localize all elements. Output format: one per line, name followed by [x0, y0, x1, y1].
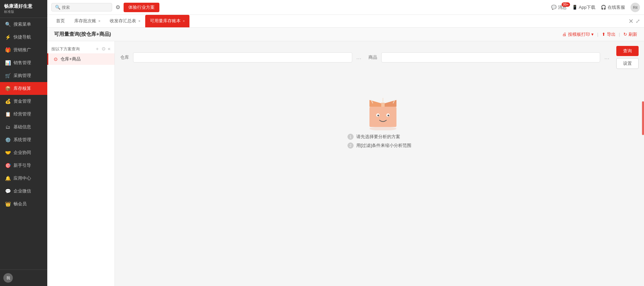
sidebar-item-purchase[interactable]: 🛒 采购管理	[0, 69, 47, 82]
filter-item-icon: ⊙	[54, 56, 58, 62]
tab-available[interactable]: 可用量库存账本 ×	[145, 15, 189, 27]
sidebar-icon-wechat: 💬	[5, 188, 11, 194]
print-dropdown-icon[interactable]: ▾	[591, 32, 594, 37]
sidebar-item-basic[interactable]: 🗂 基础信息	[0, 121, 47, 133]
filter-item-label: 仓库+商品	[60, 56, 81, 62]
export-btn[interactable]: ⬆ 导出	[602, 31, 616, 37]
sidebar-item-system[interactable]: ⚙️ 系统管理	[0, 133, 47, 146]
empty-state: 1 请先选择要分析的方案 2 用[过滤]条件来缩小分析范围	[120, 73, 639, 169]
filter-item-warehouse-goods[interactable]: ⊙ 仓库+商品	[47, 53, 114, 65]
filter-collapse-icon[interactable]: «	[108, 46, 110, 52]
app-download-label: App下载	[579, 4, 595, 10]
tab-available-close[interactable]: ×	[183, 19, 185, 23]
sidebar-item-appstore[interactable]: 🔔 应用中心	[0, 172, 47, 185]
user-name: Rit	[633, 5, 637, 9]
sidebar-label-basic: 基础信息	[14, 124, 31, 130]
sidebar-icon-operation: 📋	[5, 111, 11, 117]
filter-panel: 按以下方案查询 ＋ ⊙ « ⊙ 仓库+商品	[47, 41, 115, 286]
app-title: 畅康通好生意	[4, 3, 43, 9]
search-bar[interactable]: 🔍	[51, 3, 112, 11]
tip-1: 1 请先选择要分析的方案	[347, 134, 411, 140]
refresh-btn[interactable]: ↻ 刷新	[623, 31, 637, 37]
sidebar-item-sales[interactable]: 📊 销售管理	[0, 56, 47, 69]
filter-header-title: 按以下方案查询	[51, 46, 80, 52]
message-btn[interactable]: 💬 消息 99+	[551, 4, 567, 10]
sidebar-icon-member: 👑	[5, 201, 11, 207]
app-logo: 畅康通好生意 标准版	[0, 0, 47, 18]
user-avatar-top[interactable]: Rit	[630, 3, 640, 12]
sidebar-label-sales: 销售管理	[14, 60, 31, 66]
query-row: 仓库 … 商品 … 查询 设置	[120, 46, 639, 69]
tip-2-text: 用[过滤]条件来缩小分析范围	[356, 142, 411, 149]
sidebar-item-marketing[interactable]: 🎁 营销推广	[0, 44, 47, 56]
tab-summary-close[interactable]: ×	[138, 19, 140, 23]
goods-dots-btn[interactable]: …	[604, 54, 610, 60]
tip-1-text: 请先选择要分析的方案	[356, 134, 400, 140]
sidebar-label-finance: 资金管理	[14, 98, 31, 104]
page-title: 可用量查询(按仓库+商品)	[54, 31, 111, 37]
sidebar-item-shortcut[interactable]: ⚡ 快捷导航	[0, 31, 47, 44]
filter-add-icon[interactable]: ＋	[95, 46, 100, 52]
sidebar-label-operation: 经营管理	[14, 111, 31, 117]
tab-batch[interactable]: 库存批次账 ×	[70, 15, 105, 27]
headset-icon: 🎧	[601, 5, 606, 10]
sidebar-icon-corp: 🤝	[5, 150, 11, 156]
app-download-btn[interactable]: 📱 App下载	[572, 4, 595, 10]
industry-btn[interactable]: 体验行业方案	[124, 3, 159, 12]
sidebar-item-corp[interactable]: 🤝 企业协同	[0, 146, 47, 159]
sidebar: 畅康通好生意 标准版 🔍 搜索菜单 ⚡ 快捷导航 🎁 营销推广 📊 销售管理 🛒…	[0, 0, 47, 286]
tabs-close-all-btn[interactable]: ✕	[628, 18, 634, 25]
print-btn[interactable]: 🖨 按模板打印 ▾	[562, 31, 594, 37]
goods-label: 商品	[368, 54, 379, 60]
separator-1: |	[597, 32, 598, 37]
svg-point-0	[369, 127, 396, 130]
tab-batch-close[interactable]: ×	[98, 19, 100, 23]
empty-illustration	[363, 93, 396, 127]
sidebar-icon-marketing: 🎁	[5, 47, 11, 53]
sidebar-icon-basic: 🗂	[5, 124, 11, 130]
right-scrollbar[interactable]	[642, 101, 644, 135]
goods-field: 商品 …	[368, 52, 610, 62]
topbar: 🔍 ⚙ 体验行业方案 💬 消息 99+ 📱 App下载 🎧 在线客服 Rit	[47, 0, 644, 15]
sidebar-label-corp: 企业协同	[14, 150, 31, 156]
goods-input[interactable]	[381, 52, 600, 62]
tab-home[interactable]: 首页	[51, 15, 70, 27]
sidebar-label-member: 畅会员	[14, 201, 27, 207]
sidebar-label-appstore: 应用中心	[14, 175, 31, 181]
sidebar-item-inventory[interactable]: 📦 库存核算	[0, 82, 47, 95]
print-label: 按模板打印	[568, 31, 590, 37]
sidebar-label-shortcut: 快捷导航	[14, 34, 31, 40]
sidebar-icon-finance: 💰	[5, 98, 11, 104]
sidebar-item-guide[interactable]: 🎯 新手引导	[0, 159, 47, 172]
sidebar-bottom[interactable]: 我	[0, 269, 47, 286]
online-service-btn[interactable]: 🎧 在线客服	[601, 4, 625, 10]
sidebar-icon-shortcut: ⚡	[5, 34, 11, 40]
gear-icon[interactable]: ⚙	[115, 4, 120, 10]
svg-rect-2	[381, 103, 385, 107]
sidebar-item-finance[interactable]: 💰 资金管理	[0, 95, 47, 108]
warehouse-input[interactable]	[133, 52, 352, 62]
search-input[interactable]	[62, 5, 102, 10]
sidebar-label-search: 搜索菜单	[14, 21, 31, 27]
export-icon: ⬆	[602, 32, 606, 37]
page-header: 可用量查询(按仓库+商品) 🖨 按模板打印 ▾ | ⬆ 导出 | ↻ 刷新	[47, 28, 644, 41]
warehouse-dots-btn[interactable]: …	[356, 54, 362, 60]
sidebar-item-wechat[interactable]: 💬 企业微信	[0, 185, 47, 198]
sidebar-item-search[interactable]: 🔍 搜索菜单	[0, 18, 47, 31]
page-actions: 🖨 按模板打印 ▾ | ⬆ 导出 | ↻ 刷新	[562, 31, 637, 37]
query-btn[interactable]: 查询	[616, 46, 639, 56]
user-avatar: 我	[3, 273, 13, 283]
sidebar-label-system: 系统管理	[14, 137, 31, 143]
filter-settings-icon[interactable]: ⊙	[102, 46, 106, 52]
tab-summary[interactable]: 收发存汇总表 ×	[105, 15, 145, 27]
tabs-expand-btn[interactable]: ⤢	[636, 18, 640, 24]
sidebar-item-member[interactable]: 👑 畅会员	[0, 198, 47, 210]
tip-2: 2 用[过滤]条件来缩小分析范围	[347, 142, 411, 149]
svg-point-5	[377, 115, 379, 116]
settings-btn[interactable]: 设置	[616, 58, 639, 69]
sidebar-item-operation[interactable]: 📋 经营管理	[0, 108, 47, 121]
sidebar-icon-system: ⚙️	[5, 137, 11, 143]
sidebar-icon-sales: 📊	[5, 60, 11, 66]
svg-point-6	[387, 115, 389, 116]
empty-svg	[363, 93, 403, 130]
